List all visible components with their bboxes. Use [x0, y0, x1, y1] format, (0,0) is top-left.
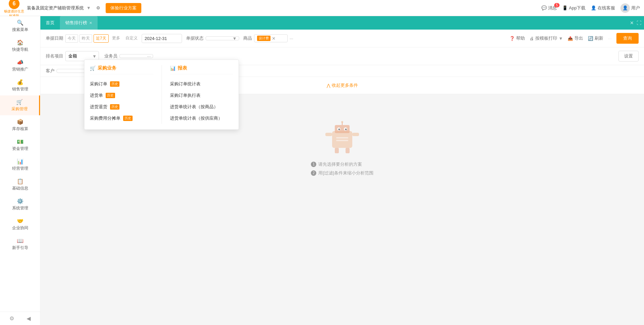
- customer-filter-group: 客户 ···: [46, 68, 90, 74]
- avatar-icon: 👤: [622, 5, 628, 10]
- sidebar-label-base-info: 基础信息: [12, 186, 28, 191]
- date-input[interactable]: [142, 34, 182, 43]
- app-download-label: App下载: [569, 5, 585, 11]
- system-icon: ⚙️: [17, 198, 24, 204]
- svg-point-5: [345, 129, 347, 130]
- dropdown-item-goods-return[interactable]: 进货退货 历史: [90, 101, 153, 113]
- top-bar: 6 畅捷通好生意标准版 装备及固定资产辅助管理系统 ▼ ⚙ 体验行业方案 💬 消…: [0, 0, 644, 16]
- purchase-col: 🛒 采购业务 采购订单 历史 进货单 历史 进货退货: [84, 65, 159, 124]
- goods-tag: 设计费: [257, 36, 271, 41]
- export-button[interactable]: 📤 导出: [568, 35, 583, 41]
- goods-return-history-badge: 历史: [110, 104, 119, 110]
- date-quick-buttons: 今天 昨天 近7天 更多 自定义: [65, 34, 140, 43]
- settings-button[interactable]: 设置: [618, 51, 639, 62]
- print-dropdown-icon: ▼: [559, 36, 563, 41]
- svg-rect-6: [336, 137, 348, 138]
- dropdown-item-goods-stats-supplier[interactable]: 进货单统计表（按供应商）: [170, 113, 234, 124]
- dropdown-item-order-exec[interactable]: 采购订单执行表: [170, 90, 234, 101]
- date-today-btn[interactable]: 今天: [65, 34, 78, 43]
- sidebar-label-search: 搜索菜单: [12, 27, 28, 33]
- sidebar-item-inventory[interactable]: 📦 库存核算: [0, 115, 40, 135]
- sidebar-item-base-info[interactable]: 📋 基础信息: [0, 175, 40, 195]
- toolbar-actions: ❓ 帮助 🖨 按模板打印 ▼ 📤 导出 🔄: [509, 33, 639, 44]
- export-icon: 📤: [568, 36, 573, 41]
- sidebar-label-system: 系统管理: [12, 205, 28, 211]
- goods-receipt-label: 进货单: [90, 92, 103, 98]
- tab-bar-right: ✕ ⛶: [630, 20, 644, 26]
- home-icon: 🏠: [17, 39, 24, 46]
- top-right: 💬 消息 5 📱 App下载 👤 在线客服 👤 用户: [541, 3, 640, 13]
- system-title: 装备及固定资产辅助管理系统: [27, 5, 84, 11]
- date-custom-btn[interactable]: 自定义: [123, 34, 140, 43]
- date-yesterday-btn[interactable]: 昨天: [79, 34, 92, 43]
- date-7days-btn[interactable]: 近7天: [94, 34, 109, 43]
- reports-col-title-text: 报表: [178, 65, 187, 71]
- online-service-button[interactable]: 👤 在线客服: [591, 5, 615, 11]
- logo-icon: 6: [9, 0, 20, 9]
- settings-gear-button[interactable]: ⚙: [94, 3, 103, 13]
- sidebar-collapse-button[interactable]: ◀: [27, 315, 31, 322]
- divider: ···: [608, 36, 612, 41]
- salesman-select[interactable]: ···: [119, 54, 153, 58]
- date-more-btn[interactable]: 更多: [110, 34, 122, 43]
- sidebar-item-system[interactable]: ⚙️ 系统管理: [0, 195, 40, 214]
- goods-dots[interactable]: ···: [290, 36, 293, 41]
- sidebar-label-marketing: 营销推广: [12, 67, 28, 72]
- goods-return-label: 进货退货: [90, 104, 107, 110]
- title-dropdown-icon[interactable]: ▼: [86, 5, 91, 10]
- user-button[interactable]: 👤 用户: [620, 3, 640, 13]
- sidebar-item-sales[interactable]: 💰 销售管理: [0, 76, 40, 95]
- tab-home-label: 首页: [46, 20, 55, 26]
- online-service-label: 在线客服: [598, 5, 615, 11]
- sidebar-item-operations[interactable]: 📊 经营管理: [0, 155, 40, 175]
- dropdown-item-goods-stats-product[interactable]: 进货单统计表（按商品）: [170, 101, 234, 113]
- tab-close-icon[interactable]: ✕: [89, 21, 92, 25]
- sidebar-item-finance[interactable]: 💵 资金管理: [0, 135, 40, 155]
- industry-btn[interactable]: 体验行业方案: [106, 3, 141, 13]
- tab-close-window-icon[interactable]: ✕: [630, 20, 634, 26]
- dropdown-item-expense-alloc[interactable]: 采购费用分摊单 历史: [90, 113, 153, 124]
- purchase-icon: 🛒: [16, 99, 23, 105]
- sidebar-item-marketing[interactable]: 📣 营销推广: [0, 56, 40, 76]
- order-exec-label: 采购订单执行表: [170, 92, 201, 98]
- purchase-col-title: 🛒 采购业务: [90, 65, 153, 74]
- svg-rect-10: [325, 133, 332, 136]
- marketing-icon: 📣: [17, 59, 24, 66]
- dropdown-item-goods-receipt[interactable]: 进货单 历史: [90, 90, 153, 101]
- tab-sales-rank-label: 销售排行榜: [65, 20, 87, 26]
- sidebar-label-finance: 资金管理: [12, 146, 28, 152]
- messages-button[interactable]: 💬 消息 5: [541, 5, 557, 11]
- refresh-icon: 🔄: [588, 36, 593, 41]
- sidebar-item-search[interactable]: 🔍 搜索菜单: [0, 16, 40, 36]
- sidebar-item-guide[interactable]: 📖 新手引导: [0, 234, 40, 254]
- tab-home[interactable]: 首页: [40, 16, 60, 30]
- sidebar-item-collab[interactable]: 🤝 企业协同: [0, 214, 40, 234]
- salesman-label: 业务员: [104, 53, 117, 59]
- goods-stats-supplier-label: 进货单统计表（按供应商）: [170, 115, 222, 121]
- query-button[interactable]: 查询: [616, 33, 639, 44]
- purchase-order-history-badge: 历史: [110, 81, 119, 87]
- tab-expand-icon[interactable]: ⛶: [637, 20, 641, 26]
- sidebar-settings-button[interactable]: ⚙: [9, 315, 14, 322]
- goods-tag-close[interactable]: ✕: [272, 36, 276, 41]
- svg-rect-9: [346, 148, 350, 153]
- content-area: 首页 销售排行榜 ✕ ✕ ⛶ 单据日期: [40, 16, 644, 325]
- tab-sales-rank[interactable]: 销售排行榜 ✕: [60, 16, 98, 30]
- goods-input-wrapper[interactable]: 设计费 ✕: [254, 34, 288, 42]
- app-download-button[interactable]: 📱 App下载: [562, 5, 585, 11]
- sidebar-item-nav[interactable]: 🏠 快捷导航: [0, 36, 40, 56]
- dropdown-item-purchase-order[interactable]: 采购订单 历史: [90, 78, 153, 90]
- refresh-button[interactable]: 🔄 刷新: [588, 35, 603, 41]
- inventory-icon: 📦: [17, 119, 24, 125]
- dropdown-item-order-stats[interactable]: 采购订单统计表: [170, 78, 234, 90]
- settings-btn-wrapper: 设置: [618, 51, 639, 62]
- sidebar-label-guide: 新手引导: [12, 245, 28, 251]
- status-select[interactable]: ▼: [206, 36, 239, 40]
- sidebar-label-collab: 企业协同: [12, 225, 28, 231]
- guide-icon: 📖: [17, 238, 24, 244]
- help-button[interactable]: ❓ 帮助: [509, 35, 525, 41]
- sidebar-item-purchase[interactable]: 🛒 采购管理: [0, 95, 40, 115]
- col-divider: [162, 65, 162, 124]
- print-button[interactable]: 🖨 按模板打印 ▼: [530, 35, 563, 41]
- purchase-order-label: 采购订单: [90, 81, 107, 87]
